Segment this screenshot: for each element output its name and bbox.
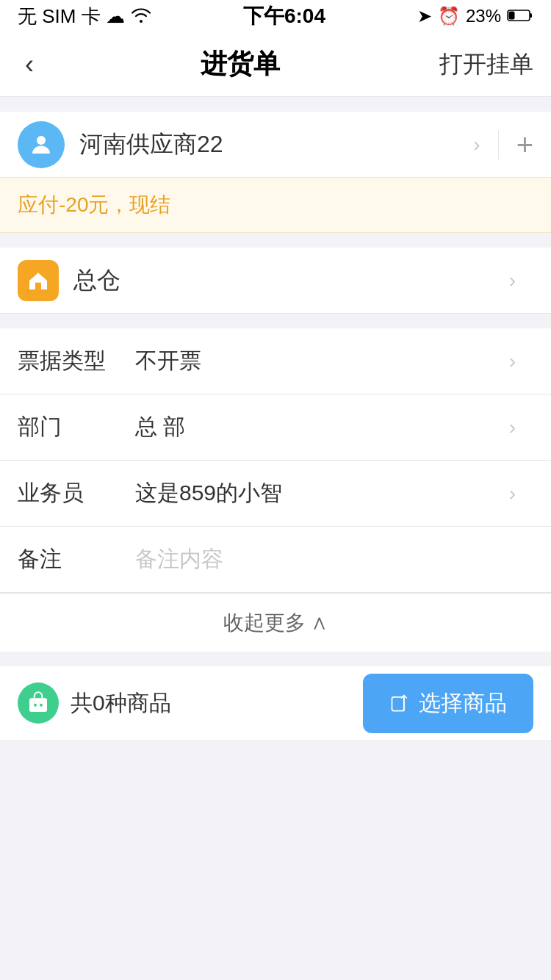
department-row[interactable]: 部门 总 部 ›: [0, 394, 551, 461]
products-icon: [18, 682, 59, 724]
svg-rect-2: [509, 12, 515, 20]
svg-rect-1: [530, 13, 532, 18]
status-right: ➤ ⏰ 23%: [417, 6, 533, 26]
select-products-button[interactable]: 选择商品: [363, 674, 533, 733]
section-gap-2: [0, 233, 551, 248]
department-value: 总 部: [135, 394, 509, 460]
warehouse-chevron-icon: ›: [509, 269, 516, 292]
add-supplier-button[interactable]: +: [498, 130, 533, 159]
svg-point-6: [34, 704, 37, 707]
warehouse-icon: [18, 260, 59, 301]
salesperson-chevron-icon: ›: [509, 482, 516, 505]
battery-label: 23%: [466, 6, 501, 26]
battery-icon: [507, 6, 533, 26]
supplier-avatar: [18, 121, 65, 168]
remark-label: 备注: [18, 544, 135, 574]
svg-rect-5: [29, 698, 47, 712]
salesperson-value: 这是859的小智: [135, 461, 509, 526]
form-section: 票据类型 不开票 › 部门 总 部 › 业务员 这是859的小智 › 备注 备注…: [0, 328, 551, 652]
svg-rect-4: [35, 282, 41, 289]
section-gap-1: [0, 97, 551, 112]
sim-label: 无 SIM 卡 ☁: [18, 4, 125, 29]
salesperson-row[interactable]: 业务员 这是859的小智 ›: [0, 461, 551, 527]
warehouse-section: 总仓 ›: [0, 248, 551, 314]
status-time: 下午6:04: [243, 2, 325, 30]
invoice-type-row[interactable]: 票据类型 不开票 ›: [0, 328, 551, 394]
bottom-bar: 共0种商品 选择商品: [0, 666, 551, 740]
notice-banner: 应付-20元，现结: [0, 178, 551, 233]
alarm-icon: ⏰: [438, 6, 460, 26]
invoice-type-value: 不开票: [135, 328, 509, 394]
status-bar: 无 SIM 卡 ☁ 下午6:04 ➤ ⏰ 23%: [0, 0, 551, 32]
remark-input[interactable]: 备注内容: [135, 527, 533, 592]
supplier-section: 河南供应商22 › + 应付-20元，现结: [0, 112, 551, 233]
location-icon: ➤: [417, 6, 432, 26]
back-button[interactable]: ‹: [18, 42, 41, 87]
svg-point-3: [37, 136, 46, 145]
collapse-toggle-button[interactable]: 收起更多 ∧: [0, 593, 551, 652]
invoice-type-chevron-icon: ›: [509, 350, 516, 373]
svg-point-7: [40, 704, 43, 707]
open-pending-button[interactable]: 打开挂单: [439, 48, 533, 81]
supplier-chevron-icon: ›: [473, 133, 480, 156]
remark-row[interactable]: 备注 备注内容: [0, 527, 551, 593]
section-gap-3: [0, 314, 551, 328]
wifi-icon: [131, 5, 151, 28]
supplier-name: 河南供应商22: [79, 129, 473, 161]
invoice-type-label: 票据类型: [18, 346, 135, 376]
select-products-label: 选择商品: [419, 688, 507, 718]
salesperson-label: 业务员: [18, 478, 135, 508]
supplier-row[interactable]: 河南供应商22 › +: [0, 112, 551, 178]
status-left: 无 SIM 卡 ☁: [18, 4, 151, 29]
products-count-label: 共0种商品: [71, 688, 171, 718]
products-info: 共0种商品: [18, 682, 171, 724]
nav-bar: ‹ 进货单 打开挂单: [0, 32, 551, 97]
warehouse-label: 总仓: [73, 264, 509, 297]
svg-rect-8: [392, 697, 404, 711]
warehouse-row[interactable]: 总仓 ›: [0, 248, 551, 314]
page-title: 进货单: [201, 46, 280, 82]
department-label: 部门: [18, 412, 135, 442]
department-chevron-icon: ›: [509, 416, 516, 439]
